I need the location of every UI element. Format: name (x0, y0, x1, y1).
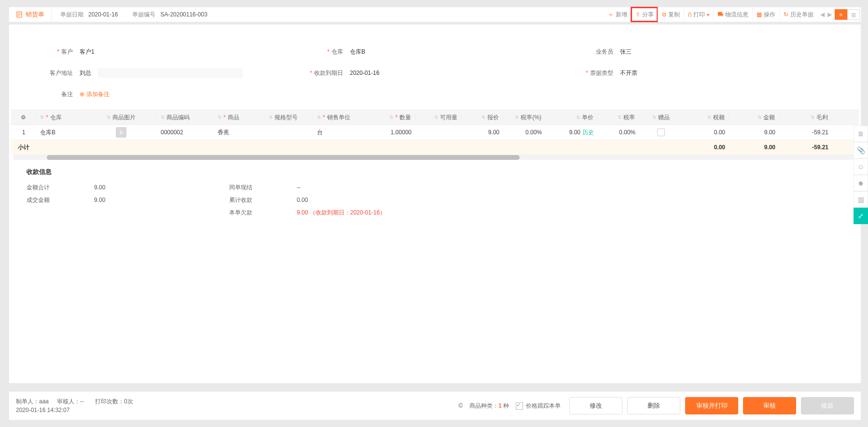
col-image[interactable]: ⇅商品图片 (85, 114, 157, 122)
cell-discount: 0.00% (503, 129, 546, 136)
action-bar: ＋新增 ⇪分享 ⧉复制 ⎙打印▾ ⛟物流信息 ▦操作 ↻历史单据 ◀ ▶ ≡ ▥ (604, 7, 861, 22)
cell-gross: -59.21 (779, 129, 832, 136)
cell-product: 香蕉 (214, 128, 265, 137)
rail-expand-icon[interactable]: ⤢ (854, 208, 868, 224)
subtotal-amount: 9.00 (729, 144, 779, 151)
col-warehouse[interactable]: ⇅*仓库 (36, 114, 85, 122)
price-history-link[interactable]: 历史 (582, 128, 594, 137)
history-button[interactable]: ↻历史单据 (779, 7, 817, 22)
invoice-type-value[interactable]: 不开票 (620, 69, 637, 77)
view-list-button[interactable]: ≡ (835, 9, 847, 20)
prev-page[interactable]: ◀ (820, 11, 825, 18)
field-customer: *客户 客户1 (27, 48, 297, 56)
address-value[interactable]: 刘总 (80, 69, 91, 77)
rail-attach-icon[interactable]: 📎 (854, 142, 868, 158)
warehouse-value[interactable]: 仓库B (350, 48, 365, 56)
cell-unit: 台 (313, 128, 362, 137)
no-value: SA-20200116-003 (160, 11, 207, 18)
items-table: ⚙ ⇅*仓库 ⇅商品图片 ⇅商品编码 ⇅*商品 ⇅规格型号 ⇅*销售单位 ⇅*数… (11, 110, 859, 160)
cell-index: 1 (11, 129, 36, 136)
settle-value: -- (297, 184, 326, 191)
subtotal-gross: -59.21 (779, 144, 832, 151)
audit-print-button[interactable]: 审核并打印 (685, 397, 738, 414)
kinds-value: 1 (498, 402, 502, 409)
field-address: 客户地址 刘总 (27, 68, 297, 78)
receive-button[interactable]: 收款 (801, 397, 854, 414)
field-remark: 备注 ⊕添加备注 (27, 90, 297, 99)
next-page[interactable]: ▶ (827, 11, 832, 18)
field-invoice-type: *票据类型 不开票 (567, 69, 837, 77)
col-unit-price[interactable]: ⇅单价 (546, 114, 598, 122)
doc-meta: 单据日期 2020-01-16 单据编号 SA-20200116-003 (60, 11, 207, 19)
auditor-value: -- (80, 398, 84, 405)
cell-gift (639, 128, 683, 136)
col-gift[interactable]: ⇅赠品 (639, 114, 683, 122)
col-discount[interactable]: ⇅税率(%) (503, 114, 546, 122)
delete-button[interactable]: 删除 (627, 397, 680, 414)
copy-button[interactable]: ⧉复制 (658, 7, 684, 22)
footer-buttons: 修改 删除 审核并打印 审核 收款 (569, 397, 854, 414)
rail-user-icon[interactable]: ☻ (854, 175, 868, 191)
total-value: 9.00 (94, 184, 123, 191)
col-price[interactable]: ⇅报价 (462, 114, 503, 122)
edit-button[interactable]: 修改 (569, 397, 622, 414)
col-product[interactable]: ⇅*商品 (214, 114, 265, 122)
main-card: *客户 客户1 *仓库 仓库B 业务员 张三 客户地址 刘总 (9, 24, 861, 384)
footer-bar: 制单人：aaa 审核人：-- 打印次数：0次 2020-01-16 14:32:… (9, 391, 861, 420)
no-label: 单据编号 (132, 11, 155, 19)
cum-value: 0.00 (297, 197, 326, 203)
col-code[interactable]: ⇅商品编码 (157, 114, 214, 122)
operate-button[interactable]: ▦操作 (752, 7, 779, 22)
new-button[interactable]: ＋新增 (604, 7, 631, 22)
col-gross[interactable]: ⇅毛利 (779, 114, 832, 122)
app-root: 销货单 单据日期 2020-01-16 单据编号 SA-20200116-003… (0, 0, 868, 427)
col-unit[interactable]: ⇅*销售单位 (313, 114, 362, 122)
table-row[interactable]: 1 仓库B b 0000002 香蕉 台 1.00000 9.00 0.00% … (11, 125, 859, 140)
cell-code: 0000002 (157, 129, 214, 136)
rail-chat-icon[interactable]: ☺ (854, 158, 868, 175)
col-tax-rate[interactable]: ⇅税率 (598, 114, 639, 122)
col-amount[interactable]: ⇅金额 (729, 114, 779, 122)
header-form: *客户 客户1 *仓库 仓库B 业务员 张三 客户地址 刘总 (9, 25, 861, 110)
share-button[interactable]: ⇪分享 (631, 7, 658, 22)
follow-price-checkbox[interactable] (516, 402, 523, 410)
logistics-button[interactable]: ⛟物流信息 (713, 7, 752, 22)
tab-title: 销货单 (26, 10, 44, 19)
table-header: ⚙ ⇅*仓库 ⇅商品图片 ⇅商品编码 ⇅*商品 ⇅规格型号 ⇅*销售单位 ⇅*数… (11, 110, 859, 125)
customer-value[interactable]: 客户1 (80, 48, 95, 56)
owe-value: 9.00 （收款到期日：2020-01-16） (297, 209, 386, 217)
field-due: *收款到期日 2020-01-16 (297, 69, 567, 77)
view-toggle: ≡ ▥ (835, 9, 861, 20)
chevron-down-icon: ▾ (707, 12, 709, 17)
cell-amount: 9.00 (729, 129, 779, 136)
history-icon: ↻ (784, 11, 788, 18)
col-qty[interactable]: ⇅*数量 (362, 114, 415, 122)
copy-icon: ⧉ (662, 11, 666, 18)
copyright-icon: © (458, 402, 463, 409)
add-remark-link[interactable]: ⊕添加备注 (80, 90, 110, 99)
document-icon (16, 11, 23, 18)
print-button[interactable]: ⎙打印▾ (684, 7, 713, 22)
print-icon: ⎙ (688, 11, 691, 18)
col-gear[interactable]: ⚙ (11, 114, 36, 121)
due-value[interactable]: 2020-01-16 (350, 70, 379, 76)
scrollbar-thumb[interactable] (47, 155, 520, 160)
plus-icon: ＋ (608, 11, 614, 19)
audit-button[interactable]: 审核 (743, 397, 796, 414)
horizontal-scrollbar[interactable] (13, 155, 857, 160)
right-rail: 🗎 📎 ☺ ☻ ▥ ⤢ (854, 126, 868, 224)
col-spec[interactable]: ⇅规格型号 (265, 114, 313, 122)
col-available[interactable]: ⇅可用量 (415, 114, 462, 122)
footer-info: 制单人：aaa 审核人：-- 打印次数：0次 2020-01-16 14:32:… (16, 397, 133, 414)
view-grid-button[interactable]: ▥ (847, 9, 860, 20)
salesman-value[interactable]: 张三 (620, 48, 632, 56)
rail-more-icon[interactable]: ▥ (854, 191, 868, 208)
payment-title: 收款信息 (27, 168, 843, 176)
tab-sales-order[interactable]: 销货单 (9, 7, 52, 22)
image-placeholder-icon: b (116, 127, 126, 138)
gift-checkbox[interactable] (657, 128, 665, 136)
col-tax-amount[interactable]: ⇅税额 (683, 114, 729, 122)
field-salesman: 业务员 张三 (567, 48, 837, 56)
rail-note-icon[interactable]: 🗎 (854, 126, 868, 142)
cell-tax-rate: 0.00% (598, 129, 639, 136)
